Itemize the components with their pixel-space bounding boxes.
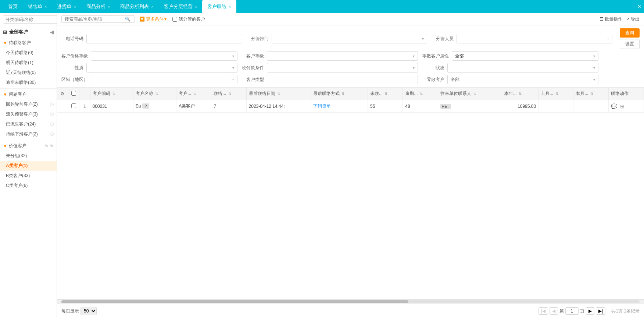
nav-home[interactable]: 首页 bbox=[3, 0, 23, 13]
next-page-button[interactable]: ▶ bbox=[586, 307, 594, 315]
sidebar-item-churn-warning[interactable]: 流失预警客户(3) ⓘ bbox=[0, 109, 57, 119]
per-page-select[interactable]: 50 bbox=[80, 307, 97, 315]
sidebar-item-abnormal-repurchase[interactable]: 回购异常客户(2) ⓘ bbox=[0, 99, 57, 109]
filter-more-button[interactable]: 🔽 更多条件 ▾ bbox=[139, 16, 167, 22]
collapse-icon[interactable]: ◀ bbox=[50, 29, 54, 35]
my-customers-checkbox[interactable] bbox=[172, 17, 177, 22]
sidebar-item-declining[interactable]: 持续下滑客户(2) ⓘ bbox=[0, 129, 57, 139]
pending-contact-header[interactable]: ▼ 待联络客户 bbox=[0, 38, 57, 48]
sort-this-year-icon[interactable]: ⇅ bbox=[519, 92, 522, 96]
close-customer-contact-tab[interactable]: × bbox=[229, 4, 231, 9]
refresh-icon[interactable]: ↻ bbox=[45, 144, 49, 149]
advanced-filter: 电话号码 分管部门 ▾ 分管人员 ··· bbox=[57, 25, 644, 88]
th-overdue: 逾期... ⇅ bbox=[403, 88, 438, 100]
sidebar-item-class-b[interactable]: B类客户(33) bbox=[0, 171, 57, 181]
scrollbar-thumb[interactable] bbox=[61, 300, 408, 303]
sort-last-method-icon[interactable]: ⇅ bbox=[341, 92, 344, 96]
sidebar-item-class-c[interactable]: C类客户(6) bbox=[0, 181, 57, 191]
retail-attr-input[interactable]: 全部 ▾ bbox=[452, 51, 598, 61]
close-purchase-tab[interactable]: × bbox=[74, 4, 76, 9]
nature-input[interactable]: ▾ bbox=[86, 63, 237, 73]
divider1 bbox=[0, 88, 57, 89]
sort-last-date-icon[interactable]: ⇅ bbox=[277, 92, 280, 96]
page-input[interactable] bbox=[565, 307, 579, 315]
sidebar-item-overdue[interactable]: 逾期未联络(30) bbox=[0, 78, 57, 88]
row-checkbox[interactable] bbox=[71, 103, 76, 108]
th-settings: ⚙ bbox=[57, 88, 68, 100]
customer-level-label: 客户等级 bbox=[242, 53, 264, 59]
sidebar-item-7days[interactable]: 近7天待联络(0) bbox=[0, 68, 57, 78]
person-input[interactable]: ··· bbox=[457, 34, 612, 43]
settings-button[interactable]: 设置 bbox=[620, 39, 640, 49]
qrcode-icon[interactable]: ⊞ bbox=[620, 103, 625, 109]
close-analysis-tab[interactable]: × bbox=[108, 4, 110, 9]
price-level-input[interactable]: ▾ bbox=[91, 51, 237, 61]
sidebar-item-unclassified[interactable]: 未分组(32) bbox=[0, 151, 57, 161]
divider2 bbox=[0, 140, 57, 140]
sort-name-icon[interactable]: ⇅ bbox=[155, 92, 158, 96]
sort-contact-icon[interactable]: ⇅ bbox=[228, 92, 231, 96]
problem-customers-header[interactable]: ▼ 问题客户 bbox=[0, 89, 57, 99]
content-area: 🔍 🔽 更多条件 ▾ 我分管的客户 ☰ 批量操作 ↗ 导出 bbox=[57, 13, 644, 318]
filter-search-icon[interactable]: 🔍 bbox=[125, 17, 130, 22]
arrow-icon: ▼ bbox=[3, 40, 7, 46]
first-page-button[interactable]: |◀ bbox=[539, 307, 548, 315]
export-button[interactable]: ↗ 导出 bbox=[626, 16, 640, 22]
batch-ops-button[interactable]: ☰ 批量操作 bbox=[600, 16, 622, 22]
filter-search-input[interactable] bbox=[65, 17, 124, 22]
nav-tab-analysis-list[interactable]: 商品分析列表 × bbox=[115, 0, 158, 13]
th-no-contact: 未联... ⇅ bbox=[368, 88, 403, 100]
dept-arrow-icon: ▾ bbox=[422, 37, 424, 41]
last-page-button[interactable]: ▶| bbox=[596, 307, 605, 315]
retail-customer-input[interactable]: 全部 ▾ bbox=[447, 75, 598, 84]
td-index: 1 bbox=[79, 100, 90, 113]
value-customers-header[interactable]: ▼ 价值客户 ↻ ✎ bbox=[0, 141, 57, 151]
close-analysis-list-tab[interactable]: × bbox=[151, 4, 153, 9]
status-input[interactable]: ▾ bbox=[447, 63, 598, 73]
sort-code-icon[interactable]: ⇅ bbox=[112, 92, 115, 96]
close-all-button[interactable]: × bbox=[638, 3, 641, 10]
nav-tab-customer-segment[interactable]: 客户分层经营 × bbox=[159, 0, 202, 13]
chat-icon[interactable]: 💬 bbox=[611, 103, 617, 109]
scrollbar-track bbox=[61, 300, 640, 303]
sidebar-search-input[interactable] bbox=[3, 15, 57, 24]
sort-no-contact-icon[interactable]: ⇅ bbox=[384, 92, 387, 96]
last-method-link[interactable]: 下销货单 bbox=[313, 103, 331, 109]
sidebar-item-churned[interactable]: 已流失客户(24) ⓘ bbox=[0, 119, 57, 129]
nav-tab-sales[interactable]: 销售单 × bbox=[23, 0, 52, 13]
phone-input[interactable] bbox=[86, 34, 242, 43]
sort-unit-contact-icon[interactable]: ⇅ bbox=[473, 92, 476, 96]
nav-tab-purchase[interactable]: 进货单 × bbox=[52, 0, 81, 13]
sort-this-month-icon[interactable]: ⇅ bbox=[590, 92, 593, 96]
sidebar-item-tomorrow[interactable]: 明天待联络(1) bbox=[0, 58, 57, 68]
td-last-date: 2023-04-12 14:44: bbox=[246, 100, 311, 113]
customer-type-input[interactable] bbox=[267, 75, 418, 84]
filter-customer-level: 客户等级 ▾ bbox=[242, 51, 418, 61]
select-all-checkbox[interactable] bbox=[71, 91, 76, 96]
td-checkbox bbox=[68, 100, 79, 113]
edit-icon[interactable]: ✎ bbox=[50, 144, 54, 149]
horizontal-scrollbar[interactable] bbox=[57, 299, 644, 304]
prev-page-button[interactable]: ◀ bbox=[550, 307, 558, 315]
td-last-method[interactable]: 下销货单 bbox=[311, 100, 368, 113]
close-sales-tab[interactable]: × bbox=[44, 4, 47, 9]
retail-customer-arrow-icon: ▾ bbox=[593, 78, 595, 82]
sort-level-icon[interactable]: ⇅ bbox=[193, 92, 196, 96]
query-button[interactable]: 查询 bbox=[620, 28, 640, 38]
sidebar-item-class-a[interactable]: A类客户(1) bbox=[0, 161, 57, 171]
region-input[interactable]: ··· bbox=[91, 75, 237, 84]
sort-overdue-icon[interactable]: ⇅ bbox=[420, 92, 423, 96]
td-this-month bbox=[573, 100, 608, 113]
nav-tab-customer-contact[interactable]: 客户联络 × bbox=[202, 0, 236, 13]
payment-input[interactable]: ▾ bbox=[267, 63, 418, 73]
sidebar-item-today[interactable]: 今天待联络(0) bbox=[0, 48, 57, 58]
customer-level-input[interactable]: ▾ bbox=[267, 51, 418, 61]
sort-last-month-icon[interactable]: ⇅ bbox=[555, 92, 558, 96]
settings-gear-icon[interactable]: ⚙ bbox=[60, 91, 64, 96]
all-customers-item[interactable]: ⊞ 全部客户 ◀ bbox=[0, 26, 57, 38]
arrow-icon3: ▼ bbox=[3, 144, 7, 149]
dept-input[interactable]: ▾ bbox=[272, 34, 427, 43]
nav-tab-analysis[interactable]: 商品分析 × bbox=[81, 0, 115, 13]
close-customer-segment-tab[interactable]: × bbox=[195, 4, 197, 9]
filter-my-customers[interactable]: 我分管的客户 bbox=[172, 16, 205, 22]
